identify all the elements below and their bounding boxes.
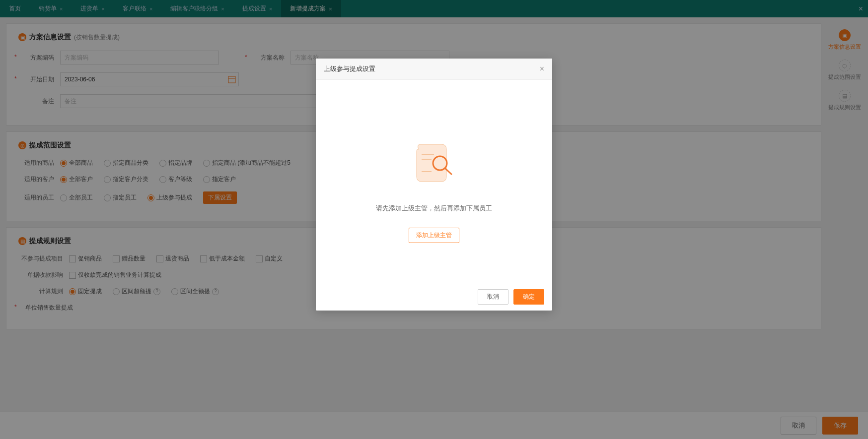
modal-cancel-button[interactable]: 取消 <box>478 289 508 305</box>
modal-close-icon[interactable]: × <box>540 64 544 73</box>
modal-superior-settings: 上级参与提成设置 × 请先添加上级主管，然后再添加下属员工 添加上级主管 取消 … <box>316 59 552 311</box>
modal-ok-button[interactable]: 确定 <box>513 289 544 305</box>
modal-body: 请先添加上级主管，然后再添加下属员工 添加上级主管 <box>316 80 552 283</box>
modal-title: 上级参与提成设置 <box>324 64 375 73</box>
modal-header: 上级参与提成设置 × <box>316 59 552 80</box>
modal-footer: 取消 确定 <box>316 283 552 311</box>
empty-text: 请先添加上级主管，然后再添加下属员工 <box>376 204 492 213</box>
modal-overlay: 上级参与提成设置 × 请先添加上级主管，然后再添加下属员工 添加上级主管 取消 … <box>0 0 868 439</box>
empty-illustration <box>404 139 464 189</box>
btn-add-superior[interactable]: 添加上级主管 <box>409 228 459 243</box>
